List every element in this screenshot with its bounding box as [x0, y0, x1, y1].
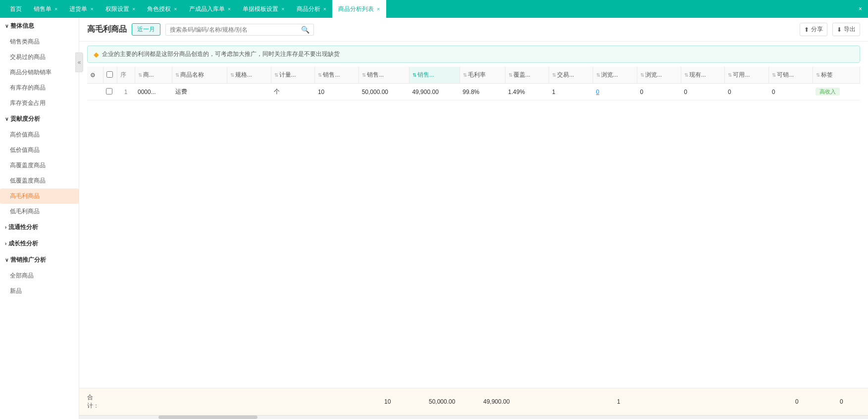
col-tag[interactable]: ⇅标签 [813, 67, 860, 84]
scrollbar-thumb[interactable] [158, 416, 257, 419]
cell-actions [87, 84, 103, 100]
window-controls: × [857, 5, 864, 12]
sidebar-group-overall[interactable]: ∨ 整体信息 [0, 18, 79, 34]
content-header: 高毛利商品 近一月 🔍 ⬆ 分享 ⬇ 导出 [79, 18, 868, 42]
footer-summary: 合计： 10 50,000.00 49,900.00 1 0 0 [79, 388, 868, 415]
col-stock-sell[interactable]: ⇅可销... [769, 67, 813, 84]
col-browse1[interactable]: ⇅浏览... [593, 67, 637, 84]
window-close-btn[interactable]: × [857, 5, 864, 12]
table-container: ⚙ 序 ⇅商... ⇅商品名称 ⇅规格... [79, 67, 868, 388]
col-spec[interactable]: ⇅规格... [227, 67, 271, 84]
close-product-inbound[interactable]: × [228, 6, 231, 12]
sidebar: ∨ 整体信息 销售类商品 交易过的商品 商品分销助销率 有库存的商品 库存资金占… [0, 18, 79, 419]
col-sales-qty[interactable]: ⇅销售... [315, 67, 359, 84]
col-gross-rate[interactable]: ⇅毛利率 [460, 67, 505, 84]
sidebar-item-high-margin[interactable]: 高毛利商品 [0, 188, 79, 204]
sidebar-group-growth[interactable]: › 成长性分析 [0, 235, 79, 252]
sidebar-group-liquidity[interactable]: › 流通性分析 [0, 219, 79, 235]
nav-template-settings[interactable]: 单据模板设置 × [237, 0, 290, 18]
col-stock-cur[interactable]: ⇅现有... [681, 67, 725, 84]
sidebar-collapse-button[interactable]: « [75, 52, 83, 72]
sidebar-item-high-value[interactable]: 高价值商品 [0, 127, 79, 142]
close-permission-settings[interactable]: × [132, 6, 135, 12]
nav-product-analysis[interactable]: 商品分析 × [291, 0, 332, 18]
footer-stock-avail: 0 [795, 398, 830, 405]
sidebar-item-distribution-rate[interactable]: 商品分销助销率 [0, 65, 79, 80]
cell-browse2: 0 [637, 84, 681, 100]
sidebar-item-sales-goods[interactable]: 销售类商品 [0, 34, 79, 49]
chevron-down-icon-3: ∨ [5, 257, 8, 263]
cell-unit: 个 [271, 84, 315, 100]
close-product-analysis-list[interactable]: × [377, 6, 380, 12]
horizontal-scrollbar[interactable] [79, 415, 868, 419]
table-body: 1 0000... 运费 个 10 50,000.00 49,900.00 99… [87, 84, 860, 100]
search-input[interactable] [170, 26, 299, 33]
nav-product-inbound[interactable]: 产成品入库单 × [183, 0, 237, 18]
close-template-settings[interactable]: × [281, 6, 284, 12]
row-checkbox[interactable] [106, 88, 112, 94]
sidebar-item-high-coverage[interactable]: 高覆盖度商品 [0, 158, 79, 173]
col-coverage[interactable]: ⇅覆盖... [505, 67, 549, 84]
col-unit[interactable]: ⇅计量... [271, 67, 315, 84]
col-trade[interactable]: ⇅交易... [549, 67, 593, 84]
settings-icon: ⚙ [90, 72, 96, 79]
col-checkbox [103, 67, 117, 84]
sidebar-group-marketing[interactable]: ∨ 营销推广分析 [0, 252, 79, 268]
nav-sales-order[interactable]: 销售单 × [28, 0, 63, 18]
sidebar-item-new-goods[interactable]: 新品 [0, 283, 79, 299]
export-button[interactable]: ⬇ 导出 [832, 23, 860, 36]
chevron-right-icon: › [5, 225, 6, 230]
page-title: 高毛利商品 [87, 24, 127, 35]
content-area: 高毛利商品 近一月 🔍 ⬆ 分享 ⬇ 导出 ◆ 企业的主要的利润都是这部分商品创… [79, 18, 868, 419]
nav-product-analysis-list[interactable]: 商品分析列表 × [332, 0, 386, 18]
close-sales-order[interactable]: × [54, 6, 57, 12]
chevron-down-icon: ∨ [5, 23, 8, 29]
col-code[interactable]: ⇅商... [135, 67, 172, 84]
col-settings[interactable]: ⚙ [87, 67, 103, 84]
share-icon: ⬆ [804, 26, 809, 33]
sidebar-item-low-coverage[interactable]: 低覆盖度商品 [0, 173, 79, 188]
select-all-checkbox[interactable] [106, 71, 113, 78]
close-product-analysis[interactable]: × [323, 6, 326, 12]
close-purchase-order[interactable]: × [90, 6, 93, 12]
cell-trade: 1 [549, 84, 593, 100]
sidebar-item-low-value[interactable]: 低价值商品 [0, 142, 79, 158]
sidebar-item-low-margin[interactable]: 低毛利商品 [0, 204, 79, 219]
col-stock-avail[interactable]: ⇅可用... [725, 67, 769, 84]
cell-gross-rate: 99.8% [460, 84, 505, 100]
footer-stock-sell: 0 [840, 398, 868, 405]
sidebar-group-contribution[interactable]: ∨ 贡献度分析 [0, 111, 79, 127]
search-icon: 🔍 [301, 26, 309, 34]
footer-sales-amt: 50,000.00 [429, 398, 473, 405]
col-name[interactable]: ⇅商品名称 [172, 67, 227, 84]
sidebar-item-traded-goods[interactable]: 交易过的商品 [0, 49, 79, 65]
nav-home[interactable]: 首页 [4, 0, 28, 18]
chevron-down-icon-2: ∨ [5, 116, 8, 122]
share-button[interactable]: ⬆ 分享 [800, 23, 827, 36]
cell-num: 1 [117, 84, 135, 100]
cell-stock-sell: 0 [769, 84, 813, 100]
footer-sales-qty: 10 [384, 398, 419, 405]
footer-trade: 1 [617, 398, 652, 405]
table-row: 1 0000... 运费 个 10 50,000.00 49,900.00 99… [87, 84, 860, 100]
cell-stock-avail: 0 [725, 84, 769, 100]
cell-browse1[interactable]: 0 [593, 84, 637, 100]
info-icon: ◆ [94, 50, 99, 58]
close-role-auth[interactable]: × [174, 6, 177, 12]
nav-permission-settings[interactable]: 权限设置 × [100, 0, 141, 18]
sidebar-item-stock-capital[interactable]: 库存资金占用 [0, 95, 79, 111]
sidebar-item-all-goods[interactable]: 全部商品 [0, 268, 79, 283]
main-layout: ∨ 整体信息 销售类商品 交易过的商品 商品分销助销率 有库存的商品 库存资金占… [0, 18, 868, 419]
col-browse2[interactable]: ⇅浏览... [637, 67, 681, 84]
filter-recent-month-button[interactable]: 近一月 [132, 23, 160, 36]
table-header-row: ⚙ 序 ⇅商... ⇅商品名称 ⇅规格... [87, 67, 860, 84]
cell-spec [227, 84, 271, 100]
sidebar-item-in-stock-goods[interactable]: 有库存的商品 [0, 80, 79, 95]
chevron-right-icon-2: › [5, 241, 6, 246]
cell-sales-qty: 10 [315, 84, 359, 100]
col-sales-cost[interactable]: ⇅销售... [409, 67, 460, 84]
nav-purchase-order[interactable]: 进货单 × [63, 0, 99, 18]
col-sales-amt[interactable]: ⇅销售... [359, 67, 409, 84]
nav-role-auth[interactable]: 角色授权 × [141, 0, 183, 18]
cell-stock-cur: 0 [681, 84, 725, 100]
